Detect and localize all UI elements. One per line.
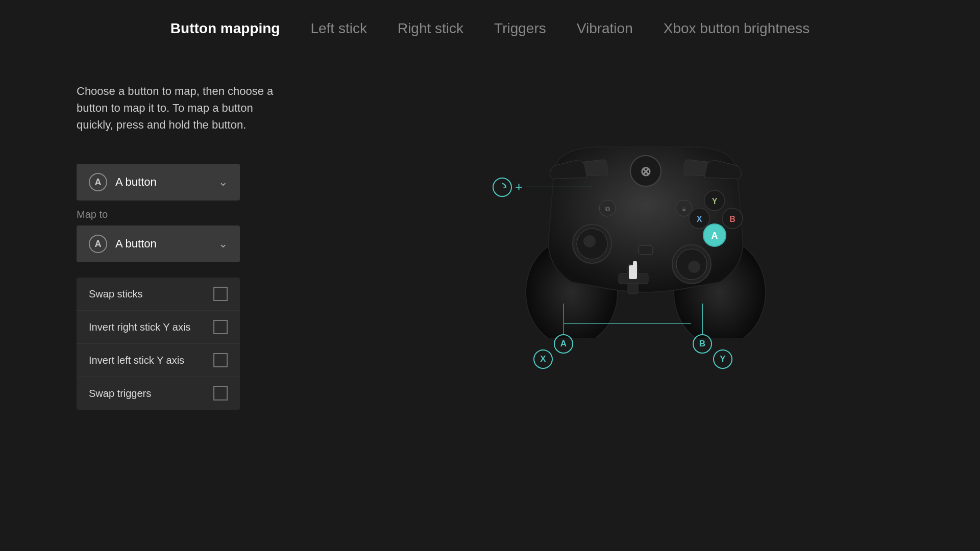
svg-text:B: B <box>729 215 736 223</box>
navigation-tabs: Button mapping Left stick Right stick Tr… <box>0 0 980 52</box>
checkbox-swap-sticks-box[interactable] <box>213 287 228 301</box>
svg-point-17 <box>688 261 700 273</box>
annotation-a-circle: A <box>554 334 573 354</box>
map-to-dropdown[interactable]: A A button ⌄ <box>77 226 240 262</box>
checkbox-invert-left-y[interactable]: Invert left stick Y axis <box>77 344 240 377</box>
svg-text:Y: Y <box>712 197 718 206</box>
main-content: Choose a button to map, then choose a bu… <box>0 52 980 430</box>
checkbox-invert-left-y-box[interactable] <box>213 353 228 367</box>
svg-text:⊗: ⊗ <box>640 164 651 179</box>
annotation-line-a-vert <box>564 304 564 334</box>
button-select-icon: A <box>89 173 107 191</box>
svg-text:X: X <box>697 215 702 223</box>
svg-rect-26 <box>639 245 653 255</box>
left-panel: Choose a button to map, then choose a bu… <box>77 83 332 410</box>
svg-text:⧉: ⧉ <box>605 205 610 213</box>
annotation-x-bottom: X <box>533 349 553 369</box>
map-to-chevron: ⌄ <box>218 237 228 251</box>
controller-image: ⊗ ⧉ ≡ <box>513 134 778 338</box>
annotation-line-horizontal <box>564 323 691 324</box>
tab-right-stick[interactable]: Right stick <box>398 15 463 42</box>
circular-arrow-icon <box>497 182 508 193</box>
annotation-y-circle: Y <box>713 349 732 369</box>
checkbox-swap-triggers-box[interactable] <box>213 386 228 400</box>
checkboxes-section: Swap sticks Invert right stick Y axis In… <box>77 278 240 410</box>
annotation-b-circle: B <box>693 334 712 354</box>
controller-area: ⊗ ⧉ ≡ <box>487 119 794 374</box>
map-to-icon: A <box>89 235 107 253</box>
tab-vibration[interactable]: Vibration <box>577 15 633 42</box>
map-to-label-text: A button <box>115 237 210 251</box>
crosshair-icon: + <box>515 179 523 195</box>
button-select-label: A button <box>115 176 210 189</box>
annotation-line-b-vert <box>702 304 703 334</box>
description-text: Choose a button to map, then choose a bu… <box>77 83 291 133</box>
svg-text:A: A <box>712 231 718 241</box>
tab-triggers[interactable]: Triggers <box>494 15 546 42</box>
tab-xbox-brightness[interactable]: Xbox button brightness <box>664 15 810 42</box>
checkbox-invert-right-y-box[interactable] <box>213 320 228 334</box>
checkbox-swap-triggers[interactable]: Swap triggers <box>77 377 240 410</box>
checkbox-invert-right-y[interactable]: Invert right stick Y axis <box>77 311 240 344</box>
annotation-view-crosshair: + <box>493 178 592 197</box>
tab-left-stick[interactable]: Left stick <box>310 15 366 42</box>
checkbox-swap-sticks[interactable]: Swap sticks <box>77 278 240 311</box>
button-select-chevron: ⌄ <box>218 176 228 189</box>
svg-rect-14 <box>633 261 637 268</box>
button-select-dropdown[interactable]: A A button ⌄ <box>77 164 240 201</box>
tab-button-mapping[interactable]: Button mapping <box>170 15 280 42</box>
annotation-y-bottom: Y <box>713 349 732 369</box>
svg-point-10 <box>583 235 596 247</box>
annotation-line-view <box>526 187 592 187</box>
annotation-a-bottom: A <box>554 304 573 354</box>
svg-text:≡: ≡ <box>682 206 685 213</box>
view-circle-icon <box>493 178 512 197</box>
annotation-b-bottom: B <box>693 304 712 354</box>
right-panel: ⊗ ⧉ ≡ <box>352 83 929 410</box>
annotation-x-circle: X <box>533 349 553 369</box>
map-to-label: Map to <box>77 209 332 220</box>
